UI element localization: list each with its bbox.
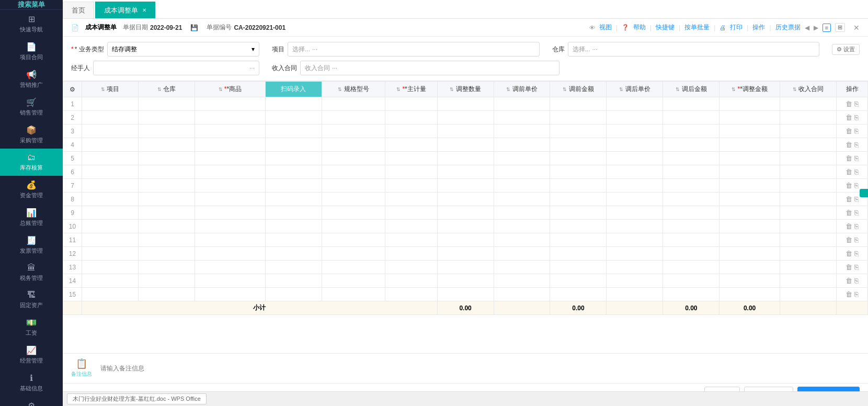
row-delete-icon[interactable]: 🗑 <box>846 127 852 135</box>
cell-after-amount[interactable] <box>663 152 719 165</box>
sidebar-item-sales-promotion[interactable]: 📢 营销推广 <box>0 65 63 93</box>
search-menu-btn[interactable]: 搜索菜单 <box>18 0 45 9</box>
cell-after-price[interactable] <box>607 138 663 152</box>
cell-spec[interactable] <box>322 247 385 261</box>
table-row[interactable]: 6 🗑 ⎘ <box>63 165 868 179</box>
tab-cost-adjust[interactable]: 成本调整单 ✕ <box>95 2 155 18</box>
sidebar-logo[interactable]: 搜索菜单 <box>0 0 63 10</box>
cell-scan[interactable] <box>265 138 322 152</box>
cell-after-price[interactable] <box>607 261 663 274</box>
row-copy-icon[interactable]: ⎘ <box>854 168 859 176</box>
cell-unit[interactable] <box>385 233 437 247</box>
sidebar-item-invoice-mgmt[interactable]: 🧾 发票管理 <box>0 231 63 259</box>
cell-prev-price[interactable] <box>494 233 550 247</box>
cell-spec[interactable] <box>322 97 385 111</box>
cell-after-amount[interactable] <box>663 165 719 179</box>
cell-prev-price[interactable] <box>494 247 550 261</box>
cell-income-contract[interactable] <box>780 220 836 233</box>
cell-qty[interactable] <box>437 274 494 288</box>
table-row[interactable]: 13 🗑 ⎘ <box>63 261 868 274</box>
cell-prev-amount[interactable] <box>550 206 607 220</box>
cell-after-price[interactable] <box>607 206 663 220</box>
cell-spec[interactable] <box>322 193 385 206</box>
cell-adjust-amount[interactable] <box>719 165 780 179</box>
project-input[interactable]: 选择... ··· <box>288 42 540 57</box>
row-delete-icon[interactable]: 🗑 <box>846 114 852 121</box>
row-delete-icon[interactable]: 🗑 <box>846 154 852 162</box>
cell-spec[interactable] <box>322 220 385 233</box>
row-delete-icon[interactable]: 🗑 <box>846 236 852 244</box>
window-close-btn[interactable]: ✕ <box>853 24 860 32</box>
cell-after-amount[interactable] <box>663 111 719 125</box>
warehouse-more-icon[interactable]: ··· <box>592 46 598 53</box>
cell-qty[interactable] <box>437 193 494 206</box>
cell-prev-amount[interactable] <box>550 111 607 125</box>
table-row[interactable]: 3 🗑 ⎘ <box>63 125 868 138</box>
cell-scan[interactable] <box>265 206 322 220</box>
cell-warehouse[interactable] <box>138 206 195 220</box>
cell-prev-amount[interactable] <box>550 274 607 288</box>
cell-after-price[interactable] <box>607 288 663 301</box>
row-copy-icon[interactable]: ⎘ <box>854 182 859 189</box>
cell-project[interactable] <box>82 261 139 274</box>
history-action[interactable]: 历史票据 <box>775 23 801 32</box>
row-delete-icon[interactable]: 🗑 <box>846 209 852 217</box>
row-delete-icon[interactable]: 🗑 <box>846 263 852 271</box>
cell-prev-amount[interactable] <box>550 193 607 206</box>
cell-adjust-amount[interactable] <box>719 111 780 125</box>
cell-prev-price[interactable] <box>494 125 550 138</box>
cell-goods[interactable] <box>195 274 265 288</box>
cell-scan[interactable] <box>265 288 322 301</box>
cell-after-amount[interactable] <box>663 247 719 261</box>
row-delete-icon[interactable]: 🗑 <box>846 250 852 257</box>
cell-warehouse[interactable] <box>138 97 195 111</box>
cell-adjust-amount[interactable] <box>719 274 780 288</box>
cell-unit[interactable] <box>385 97 437 111</box>
row-delete-icon[interactable]: 🗑 <box>846 195 852 203</box>
cell-warehouse[interactable] <box>138 138 195 152</box>
cell-warehouse[interactable] <box>138 152 195 165</box>
cell-income-contract[interactable] <box>780 138 836 152</box>
sidebar-item-salary[interactable]: 💵 工资 <box>0 313 63 341</box>
cell-adjust-amount[interactable] <box>719 288 780 301</box>
notes-icon-btn[interactable]: 📋 备注信息 <box>71 358 92 378</box>
cell-goods[interactable] <box>195 138 265 152</box>
cell-scan[interactable] <box>265 97 322 111</box>
cell-project[interactable] <box>82 179 139 193</box>
cell-after-price[interactable] <box>607 247 663 261</box>
cell-prev-amount[interactable] <box>550 220 607 233</box>
cell-project[interactable] <box>82 206 139 220</box>
sidebar-item-fixed-assets[interactable]: 🏗 固定资产 <box>0 286 63 313</box>
cell-after-amount[interactable] <box>663 125 719 138</box>
row-copy-icon[interactable]: ⎘ <box>854 127 859 135</box>
cell-income-contract[interactable] <box>780 261 836 274</box>
cell-goods[interactable] <box>195 288 265 301</box>
cell-spec[interactable] <box>322 206 385 220</box>
cell-qty[interactable] <box>437 165 494 179</box>
cell-warehouse[interactable] <box>138 247 195 261</box>
print-action[interactable]: 打印 <box>730 23 743 32</box>
cell-project[interactable] <box>82 233 139 247</box>
sidebar-item-sales-mgmt[interactable]: 🛒 销售管理 <box>0 93 63 121</box>
cell-warehouse[interactable] <box>138 233 195 247</box>
cell-spec[interactable] <box>322 125 385 138</box>
cell-spec[interactable] <box>322 138 385 152</box>
cell-goods[interactable] <box>195 233 265 247</box>
sidebar-item-quick-nav[interactable]: ⊞ 快速导航 <box>0 10 63 38</box>
cell-adjust-amount[interactable] <box>719 179 780 193</box>
cell-warehouse[interactable] <box>138 111 195 125</box>
sidebar-item-tax-mgmt[interactable]: 🏛 税务管理 <box>0 259 63 286</box>
row-copy-icon[interactable]: ⎘ <box>854 195 859 203</box>
cell-goods[interactable] <box>195 125 265 138</box>
sidebar-item-inventory[interactable]: 🗂 库存核算 <box>0 149 63 176</box>
cell-qty[interactable] <box>437 97 494 111</box>
tab-close-btn[interactable]: ✕ <box>142 7 146 13</box>
cell-spec[interactable] <box>322 261 385 274</box>
cell-prev-amount[interactable] <box>550 138 607 152</box>
cell-income-contract[interactable] <box>780 247 836 261</box>
row-copy-icon[interactable]: ⎘ <box>854 250 859 257</box>
cell-income-contract[interactable] <box>780 97 836 111</box>
row-delete-icon[interactable]: 🗑 <box>846 100 852 108</box>
cell-adjust-amount[interactable] <box>719 261 780 274</box>
table-row[interactable]: 1 🗑 ⎘ <box>63 97 868 111</box>
